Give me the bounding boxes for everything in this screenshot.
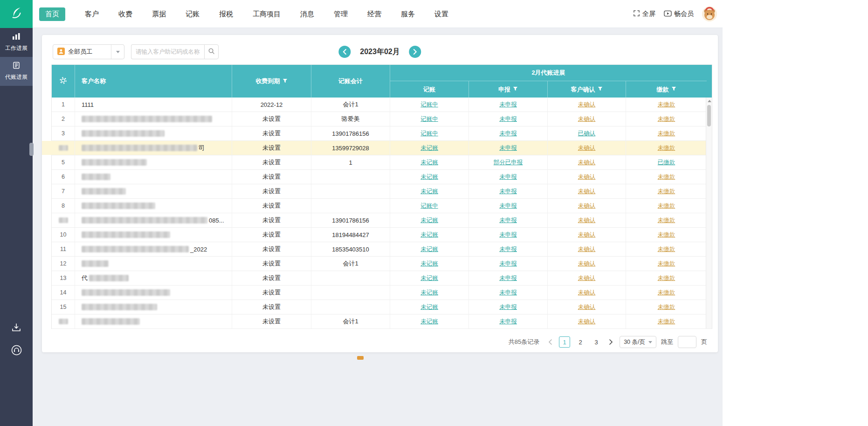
sidebar-item-accounting-progress[interactable]: 代账进展 [0, 57, 33, 86]
pay-status-link[interactable]: 未缴款 [658, 101, 675, 109]
user-avatar[interactable] [702, 7, 717, 21]
pay-status-link[interactable]: 未缴款 [658, 318, 675, 326]
customer-name-cell[interactable]: 司 [75, 141, 232, 155]
page-button-1[interactable]: 1 [559, 336, 570, 348]
customer-name-cell[interactable]: 代 [75, 271, 232, 285]
funnel-filter-icon[interactable] [513, 86, 518, 93]
pay-status-link[interactable]: 未缴款 [658, 231, 675, 239]
funnel-filter-icon[interactable] [282, 78, 288, 85]
booking-status-link[interactable]: 未记账 [420, 245, 438, 253]
table-row[interactable]: 5未设置1未记账部分已申报未确认已缴款 [52, 155, 712, 170]
declare-status-link[interactable]: 未申报 [499, 318, 517, 326]
booking-status-link[interactable]: 未记账 [420, 216, 438, 224]
booking-status-link[interactable]: 未记账 [420, 260, 438, 268]
next-month-button[interactable] [409, 46, 421, 58]
pay-status-link[interactable]: 未缴款 [658, 274, 675, 282]
nav-item-operations[interactable]: 经营 [367, 10, 381, 19]
confirm-status-link[interactable]: 未确认 [578, 303, 596, 311]
customer-name-cell[interactable] [75, 300, 232, 314]
nav-item-fees[interactable]: 收费 [118, 10, 132, 19]
booking-status-link[interactable]: 未记账 [420, 173, 438, 181]
table-row[interactable]: 司未设置13599729028未记账未申报未确认未缴款 [52, 141, 712, 155]
booking-status-link[interactable]: 未记账 [420, 144, 438, 152]
declare-status-link[interactable]: 未申报 [499, 245, 517, 253]
table-row[interactable]: 6未设置未记账未申报未确认未缴款 [52, 170, 712, 184]
pay-status-link[interactable]: 未缴款 [658, 216, 675, 224]
scrollbar-thumb[interactable] [707, 105, 711, 126]
customer-name-cell[interactable] [75, 286, 232, 300]
page-button-3[interactable]: 3 [591, 336, 602, 348]
column-settings-header[interactable] [52, 65, 75, 98]
table-row[interactable]: 13代未设置未记账未申报未确认未缴款 [52, 271, 712, 286]
nav-item-management[interactable]: 管理 [334, 10, 348, 19]
app-logo[interactable] [0, 0, 33, 28]
table-row[interactable]: 10未设置18194484427未记账未申报未确认未缴款 [52, 228, 712, 242]
confirm-status-link[interactable]: 未确认 [578, 318, 596, 326]
table-row[interactable]: 11_2022未设置18535403510未记账未申报未确认未缴款 [52, 242, 712, 257]
customer-name-cell[interactable] [75, 184, 232, 198]
member-button[interactable]: 畅会员 [664, 10, 694, 18]
employee-filter-dropdown[interactable]: 全部员工 [53, 44, 124, 59]
customer-name-cell[interactable] [75, 257, 232, 271]
pay-status-link[interactable]: 未缴款 [658, 115, 675, 123]
booking-status-link[interactable]: 记账中 [420, 130, 438, 138]
table-row[interactable]: 085...未设置13901786156未记账未申报未确认未缴款 [52, 213, 712, 228]
pay-status-link[interactable]: 未缴款 [658, 289, 675, 297]
confirm-status-link[interactable]: 未确认 [578, 216, 596, 224]
pay-status-link[interactable]: 未缴款 [658, 173, 675, 181]
scrollbar-up-button[interactable] [706, 98, 712, 104]
declare-status-link[interactable]: 未申报 [499, 260, 517, 268]
confirm-status-link[interactable]: 未确认 [578, 274, 596, 282]
confirm-status-link[interactable]: 未确认 [578, 202, 596, 210]
confirm-status-link[interactable]: 未确认 [578, 231, 596, 239]
declare-status-link[interactable]: 未申报 [499, 274, 517, 282]
nav-item-tax[interactable]: 报税 [219, 10, 233, 19]
table-row[interactable]: 8未设置记账中未申报未确认未缴款 [52, 199, 712, 213]
booking-status-link[interactable]: 未记账 [420, 274, 438, 282]
search-input[interactable] [131, 44, 204, 59]
table-row[interactable]: 15未设置未记账未申报未确认未缴款 [52, 300, 712, 314]
jump-page-input[interactable] [678, 336, 696, 348]
declare-status-link[interactable]: 未申报 [499, 289, 517, 297]
confirm-status-link[interactable]: 未确认 [578, 289, 596, 297]
nav-item-invoices[interactable]: 票据 [152, 10, 166, 19]
nav-item-services[interactable]: 服务 [401, 10, 415, 19]
confirm-status-link[interactable]: 未确认 [578, 245, 596, 253]
table-row[interactable]: 14未设置未记账未申报未确认未缴款 [52, 286, 712, 300]
booking-status-link[interactable]: 记账中 [420, 202, 438, 210]
pay-status-link[interactable]: 已缴款 [658, 159, 675, 167]
declare-status-link[interactable]: 未申报 [499, 173, 517, 181]
confirm-status-link[interactable]: 未确认 [578, 188, 596, 196]
booking-status-link[interactable]: 未记账 [420, 318, 438, 326]
table-scrollbar[interactable] [706, 98, 712, 328]
pay-status-link[interactable]: 未缴款 [658, 245, 675, 253]
pay-status-link[interactable]: 未缴款 [658, 144, 675, 152]
declare-status-link[interactable]: 未申报 [499, 216, 517, 224]
prev-page-button[interactable] [546, 336, 554, 348]
confirm-status-link[interactable]: 未确认 [578, 101, 596, 109]
customer-name-cell[interactable] [75, 199, 232, 213]
customer-name-cell[interactable] [75, 314, 232, 328]
confirm-status-link[interactable]: 已确认 [578, 130, 596, 138]
prev-month-button[interactable] [338, 46, 351, 58]
next-page-button[interactable] [606, 336, 615, 348]
customer-name-cell[interactable] [75, 112, 232, 126]
customer-name-cell[interactable] [75, 228, 232, 242]
customer-name-cell[interactable]: 1111 [75, 98, 232, 112]
booking-status-link[interactable]: 未记账 [420, 289, 438, 297]
sidebar-item-work-progress[interactable]: 工作进展 [0, 28, 33, 57]
booking-status-link[interactable]: 未记账 [420, 231, 438, 239]
page-button-2[interactable]: 2 [575, 336, 586, 348]
confirm-status-link[interactable]: 未确认 [578, 144, 596, 152]
customer-name-cell[interactable] [75, 155, 232, 169]
customer-name-cell[interactable]: _2022 [75, 242, 232, 256]
fullscreen-button[interactable]: 全屏 [633, 10, 655, 18]
booking-status-link[interactable]: 未记账 [420, 188, 438, 196]
declare-status-link[interactable]: 未申报 [499, 144, 517, 152]
declare-status-link[interactable]: 未申报 [499, 188, 517, 196]
nav-item-home[interactable]: 首页 [39, 7, 65, 21]
confirm-status-link[interactable]: 未确认 [578, 115, 596, 123]
pay-status-link[interactable]: 未缴款 [658, 260, 675, 268]
booking-status-link[interactable]: 未记账 [420, 159, 438, 167]
declare-status-link[interactable]: 部分已申报 [494, 159, 523, 167]
